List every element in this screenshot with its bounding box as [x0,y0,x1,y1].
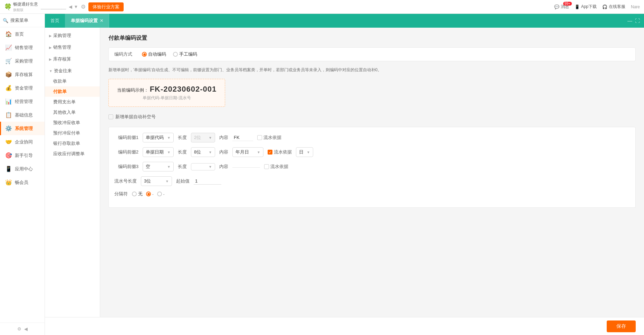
water-1-label: 流水依据 [263,134,281,141]
topbar-gear-icon[interactable]: ⚙ [81,3,86,10]
content-2-select[interactable]: 年月日 ▼ [232,147,263,157]
sub-nav-item-expense[interactable]: 费用支出单 [45,97,100,107]
content-2-arrow: ▼ [257,150,260,154]
topbar-app-download[interactable]: 📱 App下载 [575,4,597,10]
app-label: App下载 [581,4,597,10]
sidebar-item-basic[interactable]: 📋 基础信息 [0,108,45,122]
prefix-3-select[interactable]: 空 ▼ [143,162,174,171]
sidebar-settings-icon[interactable]: ⚙ [17,326,21,332]
sidebar-item-collab[interactable]: 🤝 企业协同 [0,135,45,149]
basic-icon: 📋 [5,112,12,118]
sidebar-item-sales[interactable]: 📈 销售管理 [0,41,45,54]
topbar-online-support[interactable]: 🎧 在线客服 [602,4,625,10]
prefix-2-arrow: ▼ [167,150,171,154]
sidebar-item-purchase-label: 采购管理 [15,58,33,64]
sales-icon: 📈 [5,44,12,51]
separator-label: 分隔符 [114,191,128,197]
collab-icon: 🤝 [5,139,12,145]
content-1-label: 内容 [219,134,228,141]
separator-dash-option[interactable]: · [157,192,165,197]
prefix-2-select[interactable]: 单据日期 ▼ [143,147,174,157]
sub-nav-item-advance-collect[interactable]: 预收冲应收单 [45,118,100,128]
serial-length-select[interactable]: 3位 ▼ [141,176,172,186]
topbar-message[interactable]: 💬 消息 99+ [554,4,569,10]
content-3-value [232,166,260,168]
tab-bar: 首页 单据编码设置 ✕ — ⛶ [45,14,644,28]
separator-dash-radio[interactable] [157,192,162,196]
sub-nav-group-capital: ▼ 资金往来 收款单 付款单 费用支出单 其他收入单 预收冲应收单 预付冲应付单… [45,66,100,159]
period-select[interactable]: 日 ▼ [296,147,313,157]
length-3-select[interactable]: ▼ [191,163,215,170]
sidebar-search[interactable]: 🔍 搜索菜单 [0,14,45,27]
sub-nav-item-bank[interactable]: 银行存取款单 [45,138,100,149]
sub-nav-capital-title[interactable]: ▼ 资金往来 [45,66,100,76]
save-button[interactable]: 保存 [607,320,636,332]
tab-home-label: 首页 [50,18,59,24]
prefix-1-arrow: ▼ [167,136,171,140]
auto-code-radio[interactable] [142,52,147,57]
sidebar-item-operation-label: 经营管理 [15,99,33,105]
length-2-select[interactable]: 8位 ▼ [191,147,215,157]
capital-title-text: 资金往来 [54,68,72,74]
period-value: 日 [299,149,304,155]
sub-nav-group-sales: ▶ 销售管理 [45,42,100,53]
separator-none-option[interactable]: 无 [132,191,143,197]
sub-nav-item-receipts[interactable]: 收款单 [45,76,100,86]
sidebar-item-home[interactable]: 🏠 首页 [0,27,45,41]
water-1-checkbox[interactable] [257,135,262,140]
sub-nav-inventory-title[interactable]: ▶ 库存核算 [45,54,100,64]
prefix-2-value: 单据日期 [146,149,164,155]
water-3-checkbox[interactable] [264,164,269,169]
sidebar-item-system[interactable]: ⚙️ 系统管理 [0,122,45,135]
prefix-1-select[interactable]: 单据代码 ▼ [143,133,174,142]
auto-fill-checkbox[interactable] [108,114,113,119]
separator-none-radio[interactable] [132,192,137,196]
sub-nav-sales-title[interactable]: ▶ 销售管理 [45,42,100,53]
prefix-3-label: 编码前缀3 [114,164,138,170]
sidebar: 🔍 搜索菜单 🏠 首页 📈 销售管理 🛒 采购管理 📦 库存核算 💰 资金管理 … [0,14,45,335]
inventory-title-text: 库存核算 [53,56,71,62]
auto-code-option[interactable]: 自动编码 [142,51,166,57]
sub-nav-item-other-income[interactable]: 其他收入单 [45,107,100,118]
tab-minimize-icon[interactable]: — [627,18,632,24]
guide-icon: 🎯 [5,152,12,159]
sidebar-item-purchase[interactable]: 🛒 采购管理 [0,54,45,68]
topbar-nav-arrows[interactable]: ◀▼ [69,4,78,9]
manual-code-option[interactable]: 手工编码 [173,51,197,57]
tab-home[interactable]: 首页 [45,14,65,28]
sidebar-item-finance[interactable]: 💰 资金管理 [0,81,45,95]
sidebar-collapse-icon[interactable]: ◀ [24,326,28,332]
sub-nav-item-advance-pay[interactable]: 预付冲应付单 [45,128,100,138]
tab-close-icon[interactable]: ✕ [100,18,103,23]
sub-nav-item-payment[interactable]: 付款单 [45,86,100,97]
manual-code-radio[interactable] [173,52,178,57]
sidebar-item-inventory[interactable]: 📦 库存核算 [0,68,45,81]
sidebar-item-guide-label: 新手引导 [15,152,33,159]
main-area: 首页 单据编码设置 ✕ — ⛶ ▶ 采购管理 [45,14,644,335]
company-name-text: 畅捷通好生意 [13,2,38,7]
sidebar-item-basic-label: 基础信息 [15,112,33,118]
topbar-company-url: ___________ [41,4,66,9]
purchase-icon: 🛒 [5,58,12,64]
prefix-2-label: 编码前缀2 [114,149,138,155]
separator-dot-radio[interactable] [146,192,151,196]
sub-nav-item-adjust[interactable]: 应收应付调整单 [45,149,100,159]
start-value-input[interactable] [194,178,221,185]
tab-expand-icon[interactable]: ⛶ [635,18,640,24]
water-2-label: 流水依据 [274,149,292,155]
sidebar-item-member[interactable]: 👑 畅会员 [0,176,45,189]
water-3-label: 流水依据 [270,164,288,170]
length-2-value: 8位 [194,149,201,155]
sidebar-item-app[interactable]: 📱 应用中心 [0,162,45,176]
sidebar-item-guide[interactable]: 🎯 新手引导 [0,149,45,162]
topbar-user[interactable]: Nare [631,4,640,9]
tab-encoding-settings[interactable]: 单据编码设置 ✕ [65,14,109,28]
encoding-method-label: 编码方式 [114,51,132,57]
sub-nav-purchase-title[interactable]: ▶ 采购管理 [45,30,100,41]
trial-button[interactable]: 体验行业方案 [88,2,124,11]
sidebar-item-operation[interactable]: 📊 经营管理 [0,95,45,108]
water-2-checkbox[interactable] [268,150,272,155]
sub-nav: ▶ 采购管理 ▶ 销售管理 ▶ 库存核算 [45,28,100,317]
content-2-value: 年月日 [236,149,249,155]
separator-dot-option[interactable]: · [146,192,154,197]
